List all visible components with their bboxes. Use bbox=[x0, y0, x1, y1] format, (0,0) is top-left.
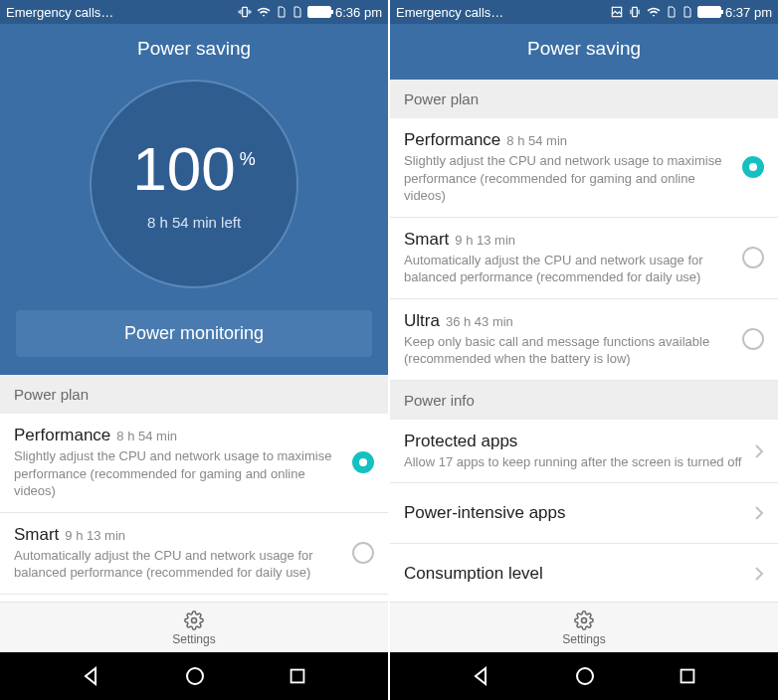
nav-back-icon[interactable] bbox=[80, 664, 103, 688]
radio-selected-icon[interactable] bbox=[742, 156, 764, 178]
status-icons: 6:37 pm bbox=[610, 5, 772, 20]
plan-duration: 8 h 54 min bbox=[506, 133, 567, 148]
status-carrier: Emergency calls… bbox=[6, 5, 238, 20]
svg-rect-3 bbox=[292, 670, 304, 683]
svg-point-1 bbox=[192, 618, 197, 623]
radio-selected-icon[interactable] bbox=[352, 451, 374, 473]
nav-home-icon[interactable] bbox=[183, 664, 207, 688]
plan-name: Performance bbox=[404, 130, 500, 149]
radio-unselected-icon[interactable] bbox=[742, 328, 764, 350]
wifi-icon bbox=[256, 5, 272, 19]
plan-row-performance[interactable]: Performance8 h 54 min Slightly adjust th… bbox=[390, 118, 778, 218]
row-title: Consumption level bbox=[404, 564, 744, 584]
plan-duration: 36 h 43 min bbox=[446, 314, 513, 329]
plan-desc: Slightly adjust the CPU and network usag… bbox=[14, 447, 342, 500]
nav-bar bbox=[390, 652, 778, 700]
screen-right: Emergency calls… 6:37 pm Power saving Po… bbox=[390, 0, 778, 700]
scroll-area[interactable]: Power plan Performance8 h 54 min Slightl… bbox=[0, 375, 388, 602]
plan-row-performance[interactable]: Performance8 h 54 min Slightly adjust th… bbox=[0, 414, 388, 513]
row-protected-apps[interactable]: Protected apps Allow 17 apps to keep run… bbox=[390, 420, 778, 484]
chevron-right-icon bbox=[754, 443, 764, 459]
plan-name: Performance bbox=[14, 426, 110, 444]
chevron-right-icon bbox=[754, 505, 764, 521]
gauge-area: 100% 8 h 54 min left Power monitoring bbox=[0, 80, 388, 375]
vibrate-icon bbox=[238, 5, 252, 19]
svg-point-7 bbox=[577, 668, 593, 684]
plan-desc: Slightly adjust the CPU and network usag… bbox=[404, 152, 732, 205]
svg-point-6 bbox=[582, 618, 587, 623]
row-title: Power-intensive apps bbox=[404, 503, 744, 523]
settings-label: Settings bbox=[562, 632, 605, 646]
svg-point-2 bbox=[187, 668, 203, 684]
radio-unselected-icon[interactable] bbox=[352, 542, 374, 564]
plan-name: Ultra bbox=[404, 311, 440, 330]
screen-left: Emergency calls… 6:36 pm Power saving 10… bbox=[0, 0, 388, 700]
nav-home-icon[interactable] bbox=[573, 664, 597, 688]
status-time: 6:36 pm bbox=[335, 5, 382, 20]
plan-duration: 8 h 54 min bbox=[116, 429, 177, 443]
status-bar: Emergency calls… 6:37 pm bbox=[390, 0, 778, 24]
plan-name: Smart bbox=[14, 525, 59, 544]
radio-unselected-icon[interactable] bbox=[742, 247, 764, 268]
gauge-percent: 100 bbox=[132, 138, 235, 200]
settings-button[interactable]: Settings bbox=[390, 602, 778, 652]
plan-desc: Keep only basic call and message functio… bbox=[404, 333, 732, 368]
row-power-intensive-apps[interactable]: Power-intensive apps bbox=[390, 483, 778, 544]
nav-recent-icon[interactable] bbox=[287, 665, 308, 687]
sim2-icon bbox=[292, 5, 303, 19]
page-title: Power saving bbox=[0, 24, 388, 80]
row-title: Protected apps bbox=[404, 432, 744, 451]
vibrate-icon bbox=[628, 5, 642, 19]
plan-duration: 9 h 13 min bbox=[455, 233, 515, 248]
section-header-info: Power info bbox=[390, 381, 778, 420]
plan-desc: Automatically adjust the CPU and network… bbox=[404, 252, 732, 286]
section-header-plan: Power plan bbox=[390, 80, 778, 118]
plan-name: Smart bbox=[404, 230, 449, 249]
row-consumption-level[interactable]: Consumption level bbox=[390, 544, 778, 602]
status-icons: 6:36 pm bbox=[238, 5, 382, 20]
page-title: Power saving bbox=[390, 24, 778, 80]
svg-rect-0 bbox=[243, 7, 248, 16]
battery-icon bbox=[697, 6, 721, 18]
gear-icon bbox=[184, 611, 204, 630]
sim2-icon bbox=[681, 5, 693, 19]
nav-back-icon[interactable] bbox=[470, 664, 493, 688]
percent-sign: % bbox=[240, 150, 256, 168]
svg-rect-5 bbox=[633, 7, 638, 16]
svg-rect-8 bbox=[681, 670, 694, 683]
row-desc: Allow 17 apps to keep running after the … bbox=[404, 453, 744, 471]
sim1-icon bbox=[666, 5, 678, 19]
plan-desc: Automatically adjust the CPU and network… bbox=[14, 547, 342, 582]
plan-duration: 9 h 13 min bbox=[65, 528, 125, 543]
sim1-icon bbox=[276, 5, 288, 19]
plan-row-ultra[interactable]: Ultra36 h 43 min Keep only basic call an… bbox=[390, 299, 778, 381]
status-bar: Emergency calls… 6:36 pm bbox=[0, 0, 388, 24]
power-monitoring-button[interactable]: Power monitoring bbox=[16, 310, 373, 357]
screenshot-icon bbox=[610, 5, 624, 19]
plan-row-smart[interactable]: Smart9 h 13 min Automatically adjust the… bbox=[0, 513, 388, 595]
battery-gauge: 100% 8 h 54 min left bbox=[90, 80, 298, 288]
section-header-plan: Power plan bbox=[0, 375, 388, 414]
nav-recent-icon[interactable] bbox=[677, 665, 698, 687]
nav-bar bbox=[0, 652, 388, 700]
status-carrier: Emergency calls… bbox=[396, 5, 610, 20]
wifi-icon bbox=[646, 5, 662, 19]
gear-icon bbox=[574, 611, 594, 630]
gauge-subtext: 8 h 54 min left bbox=[147, 214, 241, 231]
svg-rect-4 bbox=[612, 7, 621, 16]
plan-row-smart[interactable]: Smart9 h 13 min Automatically adjust the… bbox=[390, 218, 778, 299]
status-time: 6:37 pm bbox=[725, 5, 772, 20]
chevron-right-icon bbox=[754, 566, 764, 582]
settings-label: Settings bbox=[172, 632, 215, 646]
scroll-area[interactable]: Power plan Performance8 h 54 min Slightl… bbox=[390, 80, 778, 602]
settings-button[interactable]: Settings bbox=[0, 602, 388, 652]
battery-icon bbox=[307, 6, 331, 18]
